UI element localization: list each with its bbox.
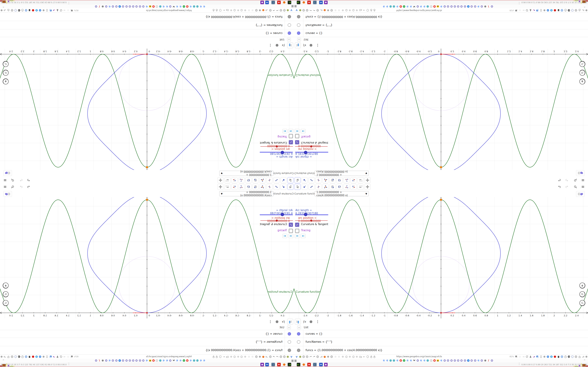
bookmark-flower[interactable]: [457, 359, 460, 362]
down-circle-icon[interactable]: [550, 9, 553, 12]
tool-angle[interactable]: α: [344, 184, 349, 190]
bookmark-ya[interactable]: Я: [433, 359, 436, 362]
shield-blue-icon[interactable]: [14, 355, 17, 358]
tool-angle[interactable]: α: [239, 184, 244, 190]
tool-line[interactable]: [309, 177, 314, 183]
tool-move-view[interactable]: [364, 177, 371, 183]
menu-icon[interactable]: [2, 184, 8, 189]
taskbar-app-red-gear[interactable]: ✱: [307, 1, 311, 4]
bookmark-G[interactable]: G: [440, 359, 443, 362]
globe-color-icon[interactable]: [560, 9, 563, 12]
arc-position-slider-knob[interactable]: [310, 219, 312, 221]
function-dropdown[interactable]: 1.000000000000 + cos(4.000000000000 x) ▼: [315, 171, 369, 176]
arc-start-point[interactable]: [146, 53, 148, 55]
bookmark-G[interactable]: G: [419, 5, 423, 8]
oval-icon[interactable]: [539, 355, 543, 358]
bookmark-G[interactable]: G: [409, 359, 412, 362]
pause-bookmark-icon[interactable]: [295, 4, 297, 8]
bookmark-flower[interactable]: [135, 359, 138, 362]
bookmark-flower[interactable]: [416, 359, 419, 362]
bookmark-flower[interactable]: [460, 5, 463, 8]
arc-length-slider-knob[interactable]: [281, 151, 284, 154]
tool-circle[interactable]: [252, 177, 259, 183]
ud-circle-icon[interactable]: UD: [567, 9, 571, 12]
algebra-row[interactable]: curves = {}: [0, 330, 294, 338]
bookmark-f-red[interactable]: f: [487, 5, 490, 8]
toggle-dot-icon[interactable]: [244, 9, 247, 12]
ud-circle-icon[interactable]: UD: [17, 9, 21, 12]
olive-dot-icon[interactable]: [299, 355, 302, 358]
bookmark-flower[interactable]: [416, 5, 419, 8]
tool-ellipse[interactable]: [337, 184, 343, 190]
toggle-sq-icon[interactable]: [352, 9, 355, 12]
reload-icon[interactable]: [525, 9, 528, 12]
toggle-sq-icon[interactable]: [352, 355, 355, 358]
redo-button[interactable]: [564, 178, 569, 183]
globe-icon[interactable]: [10, 9, 14, 12]
ghost-sq-icon[interactable]: [247, 355, 251, 358]
bookmark-image[interactable]: [148, 5, 152, 8]
wrench2-icon[interactable]: [581, 355, 585, 358]
redo-button[interactable]: [19, 184, 24, 189]
bookmark-G[interactable]: G: [382, 359, 385, 362]
star-icon[interactable]: ☆: [67, 9, 70, 12]
tool-move-view[interactable]: [217, 177, 224, 183]
bookmark-flower[interactable]: [474, 359, 476, 362]
folder-icon[interactable]: [226, 9, 229, 12]
taskbar-app-console[interactable]: ▶_: [288, 1, 291, 4]
taskbar-app-camera[interactable]: [271, 1, 275, 4]
bookmark-G[interactable]: G: [179, 359, 182, 362]
wrench-icon[interactable]: [265, 9, 268, 12]
toggle-dot-icon[interactable]: [244, 355, 247, 358]
bookmark-flower[interactable]: [457, 5, 460, 8]
sort-by-type-icon[interactable]: [287, 319, 293, 325]
trash-icon[interactable]: [28, 9, 31, 12]
arc-position-slider-knob[interactable]: [276, 219, 278, 221]
bookmark-gear-dark[interactable]: [101, 5, 104, 8]
folder-icon[interactable]: [359, 355, 362, 358]
reload-icon[interactable]: [60, 9, 63, 12]
tool-angle[interactable]: α: [239, 177, 244, 183]
arc-position-slider-knob[interactable]: [310, 146, 312, 148]
wrench-icon[interactable]: [320, 355, 323, 358]
bookmark-teal[interactable]: [389, 5, 392, 8]
gear-icon[interactable]: [0, 355, 3, 358]
taskbar-app-red-gear[interactable]: ✱: [277, 1, 281, 4]
ud-circle-icon[interactable]: UD: [567, 355, 571, 358]
bookmark-G[interactable]: G: [203, 359, 206, 362]
bookmark-flower[interactable]: [115, 359, 118, 362]
bookmark-G[interactable]: G: [162, 5, 165, 8]
bookmark-ya[interactable]: Я: [152, 359, 155, 362]
home-button[interactable]: [3, 79, 9, 84]
wrench2-icon[interactable]: [581, 9, 585, 12]
bookmark-G[interactable]: G: [189, 5, 192, 8]
plus-circle-icon[interactable]: [38, 9, 42, 12]
bookmark-W[interactable]: W: [413, 5, 416, 8]
translate-dark-icon[interactable]: A☆: [515, 9, 518, 12]
bookmark-G[interactable]: G: [179, 5, 182, 8]
settings-gear-icon[interactable]: [274, 42, 280, 48]
firefox-dot-icon[interactable]: [323, 9, 326, 12]
pause-bookmark-icon[interactable]: [291, 359, 293, 363]
skip-start-button[interactable]: [295, 234, 300, 238]
peak-point[interactable]: [146, 199, 148, 201]
bookmark-flower[interactable]: [169, 5, 172, 8]
arc-length-slider[interactable]: [295, 214, 328, 215]
clipboard-icon[interactable]: [564, 9, 567, 12]
taskbar-app-floppy64[interactable]: 64: [265, 363, 269, 366]
star-icon[interactable]: ☆: [518, 9, 521, 12]
globe-icon[interactable]: [306, 9, 309, 12]
undo-button[interactable]: [26, 178, 31, 183]
bookmark-f-red[interactable]: f: [98, 359, 101, 362]
bookmark-flower[interactable]: [105, 5, 108, 8]
visibility-dot[interactable]: [297, 332, 300, 335]
sort-by-type-icon[interactable]: [295, 42, 301, 48]
taskbar-app-mask[interactable]: ☻: [260, 1, 264, 4]
bookmark-G[interactable]: G: [189, 359, 192, 362]
settings-gear-icon[interactable]: [308, 42, 314, 48]
bookmark-flower[interactable]: [138, 359, 141, 362]
bookmark-G[interactable]: G: [176, 359, 179, 362]
search-icon[interactable]: [10, 178, 15, 183]
bookmark-W[interactable]: W: [413, 359, 416, 362]
globe-icon[interactable]: [316, 355, 319, 358]
